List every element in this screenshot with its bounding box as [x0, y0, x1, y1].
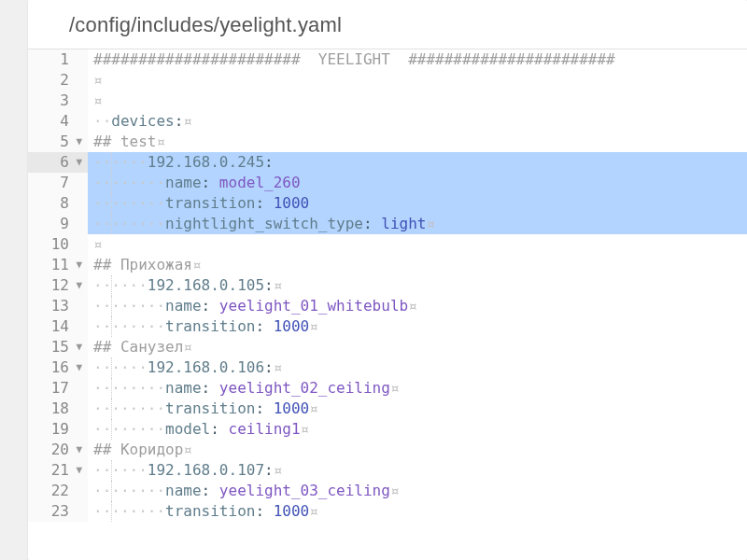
code-token: name [165, 482, 202, 499]
line-number: 13 [45, 296, 69, 316]
code-token: ¤ [301, 420, 310, 438]
gutter-line[interactable]: 7 [28, 173, 88, 193]
code-line[interactable]: ······192.168.0.105:¤ [88, 275, 747, 296]
line-number: 18 [45, 399, 69, 419]
code-token: ¤ [93, 91, 103, 109]
gutter-line[interactable]: 15▼ [28, 337, 88, 357]
code-line[interactable]: ········transition: 1000¤ [88, 399, 747, 419]
code-token: ········ [93, 420, 165, 438]
code-token: ¤ [309, 502, 318, 520]
line-number: 22 [45, 481, 69, 501]
code-line[interactable]: ······192.168.0.245: [88, 152, 747, 173]
code-line[interactable]: ··devices:¤ [88, 111, 747, 132]
gutter-line[interactable]: 23 [28, 501, 88, 522]
line-number-gutter[interactable]: 12345▼6▼7891011▼12▼131415▼16▼17181920▼21… [28, 49, 88, 522]
code-line[interactable]: ········name: yeelight_03_ceiling¤ [88, 481, 747, 501]
code-token: : [264, 276, 274, 294]
code-token: ········ [93, 482, 165, 499]
gutter-line[interactable]: 12▼ [28, 275, 88, 296]
gutter-line[interactable]: 17 [28, 378, 88, 399]
code-token: ········ [93, 297, 165, 315]
line-number: 15 [45, 337, 69, 357]
code-token: : [255, 502, 273, 520]
gutter-line[interactable]: 20▼ [28, 440, 88, 460]
line-number: 20 [45, 440, 69, 460]
gutter-line[interactable]: 21▼ [28, 460, 88, 481]
code-line[interactable]: ········transition: 1000¤ [88, 316, 747, 337]
gutter-line[interactable]: 3 [28, 91, 88, 111]
code-line[interactable]: ¤ [88, 70, 747, 91]
code-line[interactable]: ¤ [88, 234, 747, 255]
code-token: transition [165, 194, 255, 212]
gutter-line[interactable]: 9 [28, 214, 88, 234]
gutter-line[interactable]: 8 [28, 193, 88, 214]
line-number: 5 [45, 132, 69, 152]
code-line[interactable]: ········model: ceiling1¤ [88, 419, 747, 440]
code-token: : [202, 379, 219, 397]
code-line[interactable]: ## test¤ [88, 132, 747, 152]
code-token: ¤ [309, 399, 318, 417]
code-token: 192.168.0.107 [148, 461, 264, 479]
code-area[interactable]: 12345▼6▼7891011▼12▼131415▼16▼17181920▼21… [28, 49, 747, 522]
code-line[interactable]: ········name: yeelight_01_whitebulb¤ [88, 296, 747, 316]
code-token: : [210, 420, 228, 438]
code-line[interactable]: ········name: yeelight_02_ceiling¤ [88, 378, 747, 399]
code-token: : [202, 174, 219, 191]
code-token: ¤ [93, 235, 103, 253]
code-line[interactable]: ········name: model_260 [88, 173, 747, 193]
gutter-line[interactable]: 6▼ [28, 152, 88, 173]
gutter-line[interactable]: 18 [28, 399, 88, 419]
code-line[interactable]: ## Санузел¤ [88, 337, 747, 357]
gutter-line[interactable]: 14 [28, 316, 88, 337]
line-number: 2 [45, 70, 69, 91]
gutter-line[interactable]: 5▼ [28, 132, 88, 152]
code-line[interactable]: ####################### YEELIGHT #######… [88, 49, 747, 70]
code-token: yeelight_03_ceiling [219, 482, 390, 499]
fold-marker-icon[interactable]: ▼ [73, 337, 82, 357]
code-token: ¤ [426, 215, 435, 232]
code-line[interactable]: ······192.168.0.107:¤ [88, 460, 747, 481]
gutter-line[interactable]: 13 [28, 296, 88, 316]
line-number: 9 [45, 214, 69, 234]
gutter-line[interactable]: 4 [28, 111, 88, 132]
line-number: 12 [45, 275, 69, 296]
code-line[interactable]: ······192.168.0.106:¤ [88, 357, 747, 378]
fold-marker-icon[interactable]: ▼ [73, 275, 82, 296]
code-token: ## Коридор [93, 441, 183, 458]
code-line[interactable]: ## Коридор¤ [88, 440, 747, 460]
fold-marker-icon[interactable]: ▼ [73, 357, 82, 378]
code-line[interactable]: ## Прихожая¤ [88, 255, 747, 275]
code-token: ¤ [183, 112, 192, 130]
line-number: 10 [45, 234, 69, 255]
gutter-line[interactable]: 16▼ [28, 357, 88, 378]
code-token: : [202, 297, 219, 315]
code-line[interactable]: ········transition: 1000 [88, 193, 747, 214]
gutter-line[interactable]: 22 [28, 481, 88, 501]
line-number: 11 [45, 255, 69, 275]
code-token: ········ [93, 502, 165, 520]
code-token: name [165, 379, 202, 397]
code-token: : [264, 358, 274, 376]
line-number: 17 [45, 378, 69, 399]
gutter-line[interactable]: 10 [28, 234, 88, 255]
fold-marker-icon[interactable]: ▼ [73, 255, 82, 275]
gutter-line[interactable]: 19 [28, 419, 88, 440]
fold-marker-icon[interactable]: ▼ [73, 132, 82, 152]
gutter-line[interactable]: 2 [28, 70, 88, 91]
code-content[interactable]: ####################### YEELIGHT #######… [88, 49, 747, 522]
gutter-line[interactable]: 1 [28, 49, 88, 70]
fold-marker-icon[interactable]: ▼ [73, 460, 82, 481]
line-number: 23 [45, 501, 69, 522]
code-token: ········ [93, 399, 165, 417]
line-number: 7 [45, 173, 69, 193]
gutter-line[interactable]: 11▼ [28, 255, 88, 275]
code-line[interactable]: ¤ [88, 91, 747, 111]
code-line[interactable]: ········nightlight_switch_type: light¤ [88, 214, 747, 234]
code-token: 1000 [274, 317, 310, 335]
code-token: ## Санузел [93, 338, 183, 356]
fold-marker-icon[interactable]: ▼ [73, 152, 82, 173]
fold-marker-icon[interactable]: ▼ [73, 440, 82, 460]
code-token: ¤ [192, 256, 202, 273]
code-token: ¤ [274, 461, 283, 479]
code-line[interactable]: ········transition: 1000¤ [88, 501, 747, 522]
